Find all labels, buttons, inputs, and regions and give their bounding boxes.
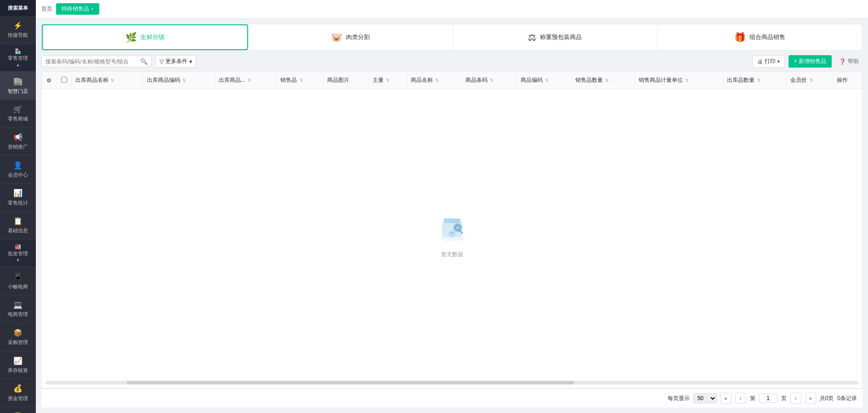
select-all-checkbox[interactable] bbox=[61, 77, 67, 83]
sidebar-item-inventory[interactable]: 📈 库存核算 bbox=[0, 351, 36, 379]
th-sale-qty[interactable]: 销售品数量 ⇅ bbox=[571, 72, 635, 89]
cat-tab-combo-sales[interactable]: 🎁 组合商品销售 bbox=[658, 24, 862, 50]
next-page-button[interactable]: › bbox=[790, 393, 801, 404]
data-table: ⚙ 出库商品名称 ⇅ 出库商品编码 ⇅ bbox=[42, 72, 862, 89]
th-member-price[interactable]: 会员价 ⇅ bbox=[787, 72, 833, 89]
th-out-code[interactable]: 出库商品编码 ⇅ bbox=[143, 72, 215, 89]
sidebar-item-member-center[interactable]: 👤 会员中心 bbox=[0, 156, 36, 184]
th-barcode[interactable]: 商品条码 ⇅ bbox=[462, 72, 516, 89]
sidebar-section-wholesale[interactable]: 🏭 批发管理 ▼ bbox=[0, 240, 36, 267]
wholesale-arrow: ▼ bbox=[16, 258, 20, 264]
cat-tab-fresh-grade[interactable]: 🌿 生鲜分级 bbox=[42, 24, 248, 50]
meat-cut-label: 肉类分割 bbox=[346, 33, 370, 41]
finance-icon: 💰 bbox=[13, 384, 23, 394]
sort-icon: ⇅ bbox=[685, 78, 689, 83]
sidebar-item-finance[interactable]: 💰 资金管理 bbox=[0, 379, 36, 407]
sort-icon: ⇅ bbox=[545, 78, 549, 83]
th-settings[interactable]: ⚙ bbox=[42, 72, 57, 89]
filter-arrow-icon: ▾ bbox=[189, 58, 192, 65]
retail-label: 零售管理 bbox=[8, 55, 28, 62]
th-out-name[interactable]: 出库商品名称 ⇅ bbox=[71, 72, 143, 89]
filter-icon: ▽ bbox=[159, 58, 164, 65]
filter-button[interactable]: ▽ 更多条件 ▾ bbox=[155, 55, 196, 68]
th-out-spec[interactable]: 出库商品... ⇅ bbox=[215, 72, 277, 89]
sidebar-item-general-ledger[interactable]: 📒 总账管理 bbox=[0, 407, 36, 413]
combo-sales-label: 组合商品销售 bbox=[749, 33, 785, 41]
last-page-button[interactable]: » bbox=[805, 393, 816, 404]
svg-rect-2 bbox=[444, 218, 460, 223]
print-button[interactable]: 🖨 打印 ▾ bbox=[752, 55, 785, 68]
toolbar: 🔍 ▽ 更多条件 ▾ 🖨 打印 ▾ + 新增销售品 ❓ bbox=[41, 55, 862, 68]
sidebar-item-label: 小畅电商 bbox=[8, 283, 28, 290]
retail-icon: 🏪 bbox=[15, 48, 21, 55]
cat-tab-weigh-pack[interactable]: ⚖ 称重预包装商品 bbox=[453, 24, 658, 50]
th-product-img[interactable]: 商品图片 bbox=[323, 72, 369, 89]
sidebar-item-label: 智慧门店 bbox=[8, 88, 28, 95]
sidebar-item-retail-stats[interactable]: 📊 零售统计 bbox=[0, 184, 36, 212]
th-action: 操作 bbox=[833, 72, 862, 89]
sidebar-item-purchase[interactable]: 📦 采购管理 bbox=[0, 323, 36, 351]
sidebar-logo[interactable]: 搜索菜单 bbox=[0, 0, 36, 16]
sort-icon: ⇅ bbox=[757, 78, 761, 83]
h-scroll-track[interactable] bbox=[45, 381, 858, 384]
th-weight[interactable]: 主量 ⇅ bbox=[369, 72, 407, 89]
th-sale-item[interactable]: 销售品 ⇅ bbox=[277, 72, 323, 89]
per-page-select[interactable]: 50 10 20 100 bbox=[693, 393, 717, 403]
print-icon: 🖨 bbox=[757, 58, 763, 65]
toolbar-left: 🔍 ▽ 更多条件 ▾ bbox=[41, 55, 196, 68]
sidebar-item-smart-store[interactable]: 🏬 智慧门店 bbox=[0, 72, 36, 100]
sort-icon: ⇅ bbox=[111, 78, 114, 83]
sort-icon: ⇅ bbox=[300, 78, 303, 83]
sidebar-item-mini-ecom[interactable]: 📱 小畅电商 bbox=[0, 267, 36, 295]
sidebar-item-sales-promo[interactable]: 📢 营销推广 bbox=[0, 128, 36, 156]
wholesale-icon: 🏭 bbox=[15, 243, 21, 250]
empty-text: 暂无数据 bbox=[441, 251, 463, 258]
per-page-label: 每页显示 bbox=[668, 395, 690, 402]
retail-stats-icon: 📊 bbox=[13, 188, 23, 198]
smart-store-icon: 🏬 bbox=[13, 76, 23, 86]
page-input[interactable] bbox=[759, 394, 777, 403]
th-check[interactable] bbox=[57, 72, 71, 89]
sidebar-item-quick-nav[interactable]: ⚡ 快捷导航 bbox=[0, 16, 36, 44]
sidebar-item-label: 营销推广 bbox=[8, 143, 28, 150]
h-scroll-thumb[interactable] bbox=[127, 381, 574, 384]
th-product-name[interactable]: 商品名称 ⇅ bbox=[407, 72, 461, 89]
quick-nav-icon: ⚡ bbox=[13, 21, 23, 31]
close-icon[interactable]: × bbox=[91, 6, 94, 11]
breadcrumb: 首页 bbox=[41, 5, 52, 13]
pagination: 每页显示 50 10 20 100 « ‹ 第 页 › » 共0页 0条记录 bbox=[41, 389, 862, 407]
sidebar-item-retail-mall[interactable]: 🛒 零售商城 bbox=[0, 100, 36, 128]
search-input[interactable] bbox=[45, 58, 138, 65]
prev-page-button[interactable]: ‹ bbox=[735, 393, 746, 404]
member-center-icon: 👤 bbox=[13, 161, 23, 171]
first-page-button[interactable]: « bbox=[720, 393, 732, 404]
sidebar-section-retail[interactable]: 🏪 零售管理 ▲ bbox=[0, 44, 36, 72]
sort-icon: ⇅ bbox=[386, 78, 390, 83]
sort-icon: ⇅ bbox=[810, 78, 813, 83]
sidebar-item-basic-info[interactable]: 📋 基础信息 bbox=[0, 212, 36, 240]
total-records: 0条记录 bbox=[837, 395, 857, 402]
sidebar-item-label: 快捷导航 bbox=[8, 32, 28, 39]
total-pages: 共0页 bbox=[820, 395, 834, 402]
retail-arrow: ▲ bbox=[16, 62, 20, 68]
filter-label: 更多条件 bbox=[165, 57, 187, 65]
cat-tab-meat-cut[interactable]: 🐷 肉类分割 bbox=[248, 24, 453, 50]
page-label: 第 bbox=[750, 395, 755, 402]
add-button[interactable]: + 新增销售品 bbox=[789, 55, 832, 68]
th-product-code[interactable]: 商品编码 ⇅ bbox=[516, 72, 571, 89]
th-out-qty[interactable]: 出库品数量 ⇅ bbox=[723, 72, 787, 89]
mini-ecom-icon: 📱 bbox=[13, 272, 23, 282]
data-table-wrapper: ⚙ 出库商品名称 ⇅ 出库商品编码 ⇅ bbox=[41, 71, 862, 389]
search-box[interactable]: 🔍 bbox=[41, 56, 152, 67]
toolbar-right: 🖨 打印 ▾ + 新增销售品 ❓ 帮助 bbox=[752, 55, 862, 68]
help-button[interactable]: ❓ 帮助 bbox=[835, 56, 862, 67]
h-scrollbar-area bbox=[42, 377, 862, 388]
home-link[interactable]: 首页 bbox=[41, 5, 52, 13]
table-header-row: ⚙ 出库商品名称 ⇅ 出库商品编码 ⇅ bbox=[42, 72, 862, 89]
sales-promo-icon: 📢 bbox=[13, 132, 23, 143]
sidebar-item-ecom-mgmt[interactable]: 💻 电商管理 bbox=[0, 295, 36, 323]
inventory-icon: 📈 bbox=[13, 356, 23, 366]
active-tab[interactable]: 特殊销售品 × bbox=[56, 3, 99, 15]
th-sale-unit[interactable]: 销售商品计量单位 ⇅ bbox=[635, 72, 723, 89]
print-label: 打印 bbox=[765, 57, 776, 65]
